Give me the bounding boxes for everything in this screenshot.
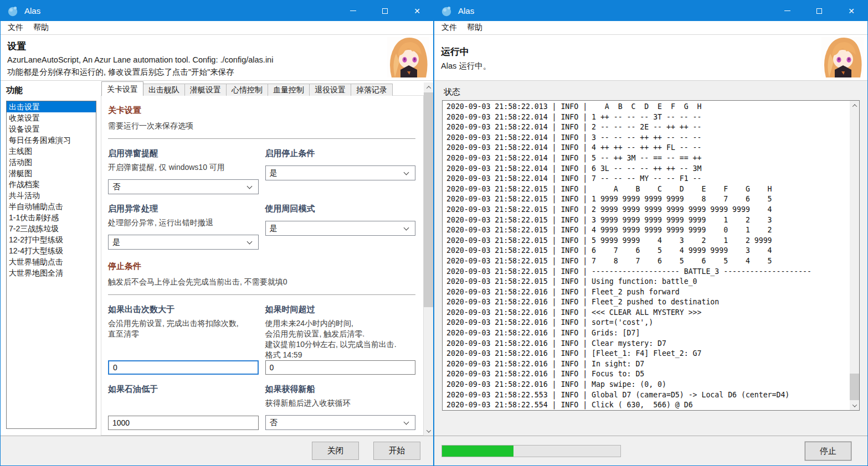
maximize-button[interactable] — [803, 1, 835, 21]
log-line: 2020-09-03 21:58:22.014 | INFO | 5 -- ++… — [446, 153, 859, 164]
minimize-icon — [784, 11, 790, 11]
scrollbar-thumb[interactable] — [850, 374, 859, 400]
time-limit-input[interactable] — [265, 360, 416, 375]
scrollbar-thumb[interactable] — [424, 92, 433, 307]
tab[interactable]: 关卡设置 — [101, 81, 143, 96]
avatar — [821, 37, 864, 77]
start-button[interactable]: 开始 — [373, 442, 420, 460]
maximize-button[interactable] — [369, 1, 401, 21]
close-button[interactable]: ✕ — [401, 1, 433, 21]
scroll-up-arrow-icon[interactable] — [850, 101, 859, 110]
select-value: 否 — [109, 180, 258, 194]
settings-scrollbar[interactable] — [424, 82, 433, 436]
log-line: 2020-09-03 21:58:22.016 | INFO | Focus t… — [446, 369, 859, 380]
sidebar-item[interactable]: 半自动辅助点击 — [7, 201, 96, 212]
scroll-down-arrow-icon[interactable] — [424, 426, 433, 436]
settings-window: Alas ✕ 文件帮助 设置 AzurLaneAutoScript, An Az… — [0, 0, 434, 466]
stop-button[interactable]: 停止 — [805, 442, 851, 460]
log-line: 2020-09-03 21:58:22.014 | INFO | 3 -- --… — [446, 133, 859, 143]
sidebar-item[interactable]: 主线图 — [7, 146, 96, 157]
tab[interactable]: 掉落记录 — [351, 84, 393, 96]
menu-item[interactable]: 帮助 — [28, 21, 54, 34]
field-label: 启用异常处理 — [108, 204, 259, 214]
header-description-1: AzurLaneAutoScript, An Azur Lane automat… — [7, 55, 433, 64]
progress-bar — [441, 445, 621, 457]
maximize-icon — [382, 8, 388, 14]
exception-select[interactable]: 是 — [108, 235, 259, 250]
maximize-icon — [816, 8, 822, 14]
log-line: 2020-09-03 21:58:22.015 | INFO | 3 9999 … — [446, 215, 859, 226]
sidebar-item[interactable]: 活动图 — [7, 157, 96, 168]
close-button[interactable]: ✕ — [835, 1, 867, 21]
menu-item[interactable]: 帮助 — [462, 21, 487, 34]
divider — [108, 138, 415, 139]
new-ship-select[interactable]: 否 — [265, 415, 416, 430]
running-header: 运行中 Alas 运行中。 — [434, 35, 867, 81]
sidebar-item[interactable]: 每日任务困难演习 — [7, 134, 96, 146]
sidebar-item[interactable]: 12-4打大型练级 — [7, 245, 96, 256]
settings-main: 关卡设置出击舰队潜艇设置心情控制血量控制退役设置掉落记录 关卡设置 需要运行一次… — [101, 81, 433, 436]
sidebar-item[interactable]: 7-2三战拣垃圾 — [7, 223, 96, 234]
log-scrollbar[interactable] — [850, 101, 859, 410]
log-line: 2020-09-03 21:58:22.015 | INFO | 1 9999 … — [446, 194, 859, 205]
page-title: 运行中 — [441, 45, 867, 58]
stop-condition-select[interactable]: 是 — [265, 165, 416, 180]
sidebar-item[interactable]: 12-2打中型练级 — [7, 234, 96, 245]
scroll-down-arrow-icon[interactable] — [850, 401, 859, 410]
log-line: 2020-09-03 21:58:22.015 | INFO | 6 7 6 5… — [446, 246, 859, 256]
settings-titlebar[interactable]: Alas ✕ — [1, 1, 433, 21]
field-exception: 启用异常处理 处理部分异常, 运行出错时撤退 是 — [108, 204, 259, 250]
field-stop-condition: 启用停止条件 是 — [265, 148, 416, 194]
select-value: 否 — [266, 416, 415, 429]
sidebar-item[interactable]: 作战档案 — [7, 179, 96, 190]
tab[interactable]: 出击舰队 — [143, 84, 185, 96]
field-desc: 开启弹窗提醒, 仅 windows10 可用 — [108, 162, 259, 173]
popup-select[interactable]: 否 — [108, 179, 259, 194]
header-description-1: Alas 运行中。 — [441, 61, 867, 71]
sidebar-item[interactable]: 1-1伏击刷好感 — [7, 212, 96, 223]
settings-body: 功能 出击设置收菜设置设备设置每日任务困难演习主线图活动图潜艇图作战档案共斗活动… — [1, 81, 433, 436]
field-desc: 获得新船后进入收获循环 — [265, 398, 416, 408]
sidebar-item[interactable]: 潜艇图 — [7, 168, 96, 179]
sidebar-item[interactable]: 收菜设置 — [7, 112, 96, 123]
sortie-count-input[interactable] — [108, 360, 259, 375]
page-title: 设置 — [7, 40, 433, 53]
log-line: 2020-09-03 21:58:22.015 | INFO | A B C D… — [446, 184, 859, 195]
field-desc: 会沿用先前设置, 触发后清零. — [265, 329, 416, 339]
log-line: 2020-09-03 21:58:22.015 | INFO | -------… — [446, 267, 859, 277]
running-footer: 停止 — [434, 436, 867, 465]
close-icon: ✕ — [414, 7, 420, 15]
tab[interactable]: 潜艇设置 — [184, 84, 227, 96]
field-if-oil: 如果石油低于 — [108, 384, 259, 430]
tab[interactable]: 心情控制 — [226, 84, 268, 96]
log-line: 2020-09-03 21:58:22.016 | INFO | Grids: … — [446, 328, 859, 339]
running-titlebar[interactable]: Alas ✕ — [434, 1, 867, 21]
settings-footer: 关闭 开始 — [1, 436, 433, 465]
desktop: Alas ✕ 文件帮助 设置 AzurLaneAutoScript, An Az… — [0, 0, 868, 466]
menubar: 文件帮助 — [1, 21, 433, 35]
field-label: 如果获得新船 — [265, 384, 416, 395]
tab[interactable]: 血量控制 — [268, 84, 310, 96]
close-settings-button[interactable]: 关闭 — [312, 442, 359, 460]
sidebar-item[interactable]: 设备设置 — [7, 123, 96, 134]
oil-limit-input[interactable] — [108, 416, 259, 430]
log-line: 2020-09-03 21:58:22.553 | INFO | Global … — [446, 390, 859, 401]
sidebar-item[interactable]: 大世界地图全清 — [7, 267, 96, 278]
round-mode-select[interactable]: 是 — [265, 221, 416, 236]
log-line: 2020-09-03 21:58:22.014 | INFO | 7 -- --… — [446, 174, 859, 184]
tab-pane: 关卡设置 需要运行一次来保存选项 启用弹窗提醒 开启弹窗提醒, 仅 window… — [101, 95, 424, 436]
sidebar-item[interactable]: 大世界辅助点击 — [7, 256, 96, 267]
sidebar-item[interactable]: 出击设置 — [7, 101, 96, 112]
log-line: 2020-09-03 21:58:22.016 | INFO | <<< CLE… — [446, 308, 859, 318]
minimize-button[interactable] — [337, 1, 369, 21]
field-label: 启用弹窗提醒 — [108, 148, 259, 159]
function-listbox: 出击设置收菜设置设备设置每日任务困难演习主线图活动图潜艇图作战档案共斗活动半自动… — [6, 101, 96, 429]
section-title-stage: 关卡设置 — [108, 105, 415, 116]
minimize-button[interactable] — [771, 1, 803, 21]
tab[interactable]: 退役设置 — [309, 84, 351, 96]
sidebar-item[interactable]: 共斗活动 — [7, 190, 96, 201]
menu-item[interactable]: 文件 — [436, 21, 462, 34]
menu-item[interactable]: 文件 — [3, 21, 28, 34]
select-value: 是 — [109, 235, 258, 249]
field-label: 如果石油低于 — [108, 384, 259, 395]
